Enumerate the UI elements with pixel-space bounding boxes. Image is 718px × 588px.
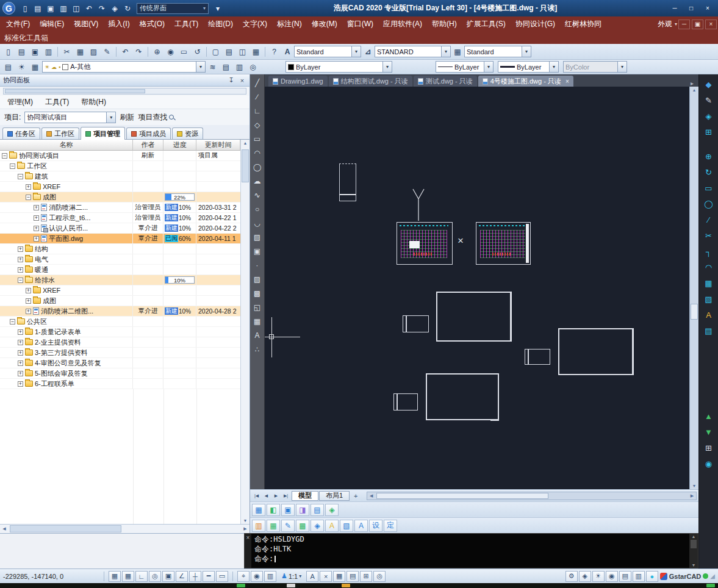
match-properties-icon[interactable]: ✎ [101,46,113,58]
tree-row[interactable]: +电气 [0,254,240,265]
move-icon[interactable]: ⊕ [702,149,716,163]
download-icon[interactable]: ▼ [702,425,716,439]
clean-screen-icon[interactable]: × [320,571,332,582]
expand-toggle-icon[interactable]: − [10,319,15,324]
circle-tool-icon[interactable]: ◯ [702,197,716,210]
expand-toggle-icon[interactable]: + [18,267,23,273]
drawing-frame[interactable] [393,393,418,411]
make-layer-current-icon[interactable]: ≋ [206,61,219,73]
menu-item[interactable]: 红树林协同 [560,17,606,31]
close-button[interactable]: × [700,3,716,14]
markup-icon[interactable]: ✎ [281,520,295,532]
tree-row[interactable]: +6-工程联系单 [0,379,240,389]
tree-row[interactable]: −工作区 [0,161,240,171]
column-header-updated[interactable]: 更新时间 [196,140,240,150]
undo-icon[interactable]: ↶ [119,46,132,58]
polyline-icon[interactable]: ∟ [251,105,264,117]
compare-icon[interactable]: ◈ [702,109,716,123]
font-tool-icon[interactable]: A [354,520,368,532]
viewport-icon[interactable]: ⊞ [702,125,716,138]
text-style-combo[interactable]: Standard▾ [294,46,361,57]
column-header-author[interactable]: 作者 [133,140,163,150]
canvas-vscrollbar[interactable]: ▲ ▼ [689,87,698,489]
expand-toggle-icon[interactable]: + [34,226,39,231]
refresh-icon[interactable]: ↻ [121,2,134,15]
command-grip[interactable]: × [245,534,251,568]
layer-previous-icon[interactable]: ▤ [220,61,232,73]
viewport-status-icon[interactable]: ▥ [264,571,276,582]
scroll-left-icon[interactable]: ◀ [0,526,9,531]
annotation-scale-control[interactable]: ♟ 1:1 ▾ [278,572,304,580]
tree-row[interactable]: +工程示意_t6...治管理员新建10%2020-04-22 1 [0,213,240,223]
isolate-icon[interactable]: ◎ [373,571,386,582]
drawing-frame[interactable] [558,328,633,375]
drawing-canvas[interactable]: × [265,87,689,489]
tree-row[interactable]: +平面图.dwg覃介进已阅60%2020-04-11 1 [0,234,240,244]
ellipse-icon[interactable]: ○ [251,203,264,215]
layout-tab[interactable]: 布局1 [319,491,350,501]
osnap-settings-icon[interactable]: ∴ [251,343,264,356]
point-icon[interactable]: ∙ [251,259,264,271]
layer-properties-icon[interactable]: ▤ [2,61,15,73]
drawing-frame[interactable] [426,373,499,420]
scroll-left-icon[interactable]: ◀ [367,493,375,498]
properties-palette-icon[interactable]: ▢ [209,46,222,58]
settings-tool-icon[interactable]: 设 [369,520,382,532]
tree-row[interactable]: −协同测试项目刷新项目属 [0,151,240,161]
panel-tab[interactable]: 资源 [172,127,203,139]
viewport-grid-icon[interactable]: ⊞ [360,571,372,582]
doc-tab[interactable]: Drawing1.dwg [268,76,328,87]
menu-item[interactable]: 文字(X) [238,17,272,31]
menu-item[interactable]: 格式(O) [135,17,170,31]
tree-hscrollbar[interactable]: ◀ ▶ [0,524,250,533]
expand-toggle-icon[interactable]: − [18,174,23,179]
plot-icon[interactable]: ▥ [57,2,70,15]
add-layout-button[interactable]: + [351,492,361,500]
panel-menu-item[interactable]: 工具(T) [40,96,74,109]
cloud-icon[interactable]: ● [646,571,658,582]
list-icon[interactable]: ▤ [311,504,324,516]
undo-icon[interactable]: ↶ [83,2,95,15]
menu-item[interactable]: 窗口(W) [342,17,378,31]
scroll-thumb[interactable] [691,540,697,548]
workspace-switch-icon[interactable]: ▤ [346,571,359,582]
collab-panel-icon[interactable]: ◆ [702,77,716,91]
brightness-icon[interactable]: ☀ [592,571,605,582]
expand-toggle-icon[interactable]: + [18,360,23,366]
expand-toggle-icon[interactable]: − [18,278,23,283]
panel-tab[interactable]: 项目成员 [126,127,171,139]
menu-item[interactable]: 编辑(E) [35,17,69,31]
dynamic-input-toggle[interactable]: ┼ [189,571,201,582]
command-scrollbar[interactable]: ▲ ▼ [689,534,698,568]
model-space-toggle[interactable]: ▭ [216,571,228,582]
zoom-realtime-icon[interactable]: ◉ [164,46,177,58]
block-tool-icon[interactable]: ▧ [340,520,353,532]
prev-layout-button[interactable]: ◀ [262,491,271,500]
command-history[interactable]: 命令:HSLDYGD命令:HLTK 命令: [251,534,689,568]
expand-toggle-icon[interactable]: + [18,329,23,335]
expand-toggle-icon[interactable]: + [26,288,31,293]
expand-toggle-icon[interactable]: + [18,350,23,356]
doc-tab[interactable]: 4号楼施工图.dwg - 只读× [478,76,573,87]
doc-close-button[interactable]: × [705,20,717,29]
symbol-icon[interactable]: ◈ [311,520,324,532]
expand-toggle-icon[interactable]: + [34,205,39,210]
ortho-toggle[interactable]: ∟ [135,571,148,582]
scroll-thumb[interactable] [691,304,698,320]
menu-item[interactable]: 协同设计(G) [511,17,560,31]
refresh-button[interactable]: 刷新 [120,112,134,123]
tree-row[interactable]: +3-第三方提供资料 [0,348,240,358]
drawing-frame[interactable] [476,222,531,265]
tree-row[interactable]: −给排水10% [0,275,240,285]
doc-tab[interactable]: 结构图测试.dwg - 只读 [329,76,412,87]
toolbar-overflow-icon[interactable]: ▾ [212,2,224,15]
insert-block-icon[interactable]: ▧ [251,231,264,243]
layer-combo[interactable]: ☀ ☁ ▪ A-其他 ▾ [42,61,206,73]
tree-row[interactable]: +成图 [0,296,240,306]
workspace-icon[interactable]: ◈ [109,2,121,15]
table-icon[interactable]: ▦ [251,315,264,328]
column-header-progress[interactable]: 进度 [163,140,196,150]
print-preview-icon[interactable]: ◫ [70,2,82,15]
array-icon[interactable]: ▦ [702,276,716,290]
menu-item[interactable]: 标注(N) [272,17,307,31]
